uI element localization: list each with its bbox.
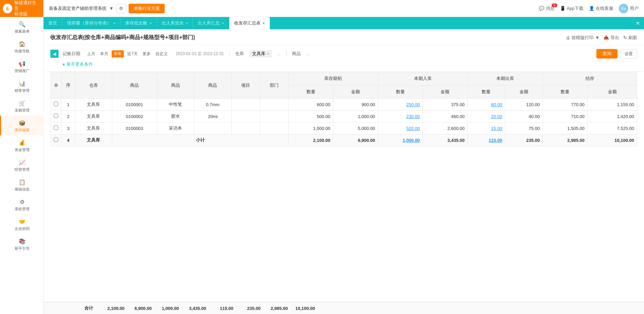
- message-button[interactable]: 💬 消息 6: [539, 5, 555, 12]
- th-out-amt: 金额: [505, 85, 543, 99]
- logo-text: 畅捷通好生意 标准版: [14, 0, 40, 17]
- subtotal-out-amt: 235.00: [505, 134, 543, 146]
- subtotal-checkbox[interactable]: [51, 134, 62, 146]
- date-btn-本年[interactable]: 本年: [112, 50, 124, 57]
- inventory-icon: 📦: [19, 120, 26, 126]
- table-row: 1 文具库 0100001 中性笔 0.7mm 600.00 900.00 25…: [51, 99, 637, 111]
- date-btn-上月[interactable]: 上月: [86, 50, 97, 57]
- trial-button[interactable]: 体验行业方案: [129, 4, 165, 13]
- tab-close-batch-account[interactable]: ×: [149, 21, 151, 25]
- subtotal-opening-qty: 2,100.00: [288, 134, 333, 146]
- row-checkbox-2[interactable]: [51, 111, 62, 122]
- expand-more-button[interactable]: ▾ 展开更多条件: [63, 61, 637, 67]
- close-all-tabs-button[interactable]: ✕: [631, 20, 644, 27]
- sidebar-label-inventory: 库存核算: [15, 128, 30, 133]
- table-container: ⚙ 序 仓库 商品 商品 商品 项目 部门 库存期初 本期入库 本期出库 结存: [44, 72, 644, 146]
- tab-stock-dist[interactable]: 现存量（库存分布表）×: [62, 17, 120, 29]
- row-checkbox-1[interactable]: [51, 99, 62, 111]
- row-closing-qty-1: 770.00: [543, 99, 588, 111]
- sidebar-item-basic-info[interactable]: 📋 基础信息: [0, 175, 43, 195]
- purchase-icon: 🛒: [19, 100, 26, 106]
- date-btn-自定义[interactable]: 自定义: [154, 50, 169, 57]
- warehouse-more[interactable]: ...: [277, 51, 281, 56]
- row-out-qty-2[interactable]: 20.00: [467, 111, 505, 122]
- system-dropdown[interactable]: ▼: [109, 6, 114, 11]
- setting-button[interactable]: 设置: [620, 49, 637, 59]
- print-button[interactable]: 🖨 按模版打印 ▼: [566, 35, 599, 41]
- settings-button[interactable]: ⚙: [116, 4, 126, 13]
- sidebar-item-purchase[interactable]: 🛒 采购管理: [0, 96, 43, 116]
- sidebar-item-enterprise[interactable]: 🤝 企业协同: [0, 214, 43, 234]
- tab-close-recv-send-summary[interactable]: ×: [263, 21, 265, 25]
- data-table: ⚙ 序 仓库 商品 商品 商品 项目 部门 库存期初 本期入库 本期出库 结存: [50, 72, 637, 146]
- warehouse-tag-text: 文具库: [252, 51, 265, 57]
- col-settings-icon: ⚙: [54, 83, 58, 88]
- main-content: 装备及固定资产辅助管理系统 ▼ ⚙ 体验行业方案 💬 消息 6 📱 App下载 …: [44, 0, 644, 314]
- footer-cell-6: 2,985.00: [263, 306, 291, 311]
- th-goods-spec: 商品: [194, 72, 231, 99]
- sidebar-item-search[interactable]: 🔍 搜索菜单: [0, 17, 43, 37]
- subtotal-in-amt: 3,435.00: [423, 134, 468, 146]
- sidebar-items: 🔍 搜索菜单 🏠 快捷导航 📢 营销推广 📊 销售管理 🛒 采购管理 📦 库存核…: [0, 17, 43, 254]
- sidebar-item-quick-nav[interactable]: 🏠 快捷导航: [0, 37, 43, 56]
- row-checkbox-3[interactable]: [51, 122, 62, 134]
- row-in-qty-2[interactable]: 230.00: [378, 111, 423, 122]
- tab-in-out-flow[interactable]: 出入库流水×: [157, 17, 193, 29]
- subtotal-in-qty[interactable]: 1,000.00: [378, 134, 423, 146]
- row-in-qty-3[interactable]: 520.00: [378, 122, 423, 134]
- row-out-amt-1: 120.00: [505, 99, 543, 111]
- subtotal-out-qty[interactable]: 115.00: [467, 134, 505, 146]
- sidebar-item-marketing[interactable]: 📢 营销推广: [0, 56, 43, 76]
- export-button[interactable]: 📤 导出: [604, 35, 619, 41]
- sidebar-item-guide[interactable]: 📚 新手引导: [0, 234, 43, 254]
- sales-icon: 📊: [19, 80, 26, 87]
- date-btn-更多[interactable]: 更多: [141, 50, 152, 57]
- subtotal-closing-qty: 2,985.00: [543, 134, 588, 146]
- row-spec-1: 0.7mm: [194, 99, 231, 111]
- tab-close-in-out-summary[interactable]: ×: [222, 21, 224, 25]
- row-in-qty-1[interactable]: 250.00: [378, 99, 423, 111]
- goods-more[interactable]: ...: [306, 51, 310, 56]
- date-btn-近7天[interactable]: 近7天: [126, 50, 139, 57]
- tabs-container: 首页现存量（库存分布表）×库存批次账×出入库流水×出入库汇总×收发存汇总表×: [44, 17, 631, 29]
- tab-in-out-summary[interactable]: 出入库汇总×: [193, 17, 229, 29]
- th-project: 项目: [232, 72, 260, 99]
- tab-recv-send-summary[interactable]: 收发存汇总表×: [229, 17, 270, 29]
- user-menu[interactable]: Ea 用户: [619, 4, 639, 13]
- th-group-closing: 结存: [543, 72, 637, 85]
- page-content: 收发存汇总表(按仓库+商品编码+商品+规格型号+项目+部门) 🖨 按模版打印 ▼…: [44, 29, 644, 302]
- online-service-button[interactable]: 👤 在线客服: [589, 5, 613, 12]
- tab-close-stock-dist[interactable]: ×: [113, 21, 115, 25]
- sidebar-item-finance[interactable]: 💰 资金管理: [0, 135, 43, 155]
- tab-home[interactable]: 首页: [44, 17, 62, 29]
- tab-label-in-out-summary: 出入库汇总: [198, 20, 220, 26]
- sidebar-item-system[interactable]: ⚙ 系统管理: [0, 195, 43, 214]
- row-out-qty-1[interactable]: 80.00: [467, 99, 505, 111]
- sidebar: 6 畅捷通好生意 标准版 🔍 搜索菜单 🏠 快捷导航 📢 营销推广 📊 销售管理…: [0, 0, 44, 314]
- tab-label-stock-dist: 现存量（库存分布表）: [67, 20, 111, 26]
- col-settings-header[interactable]: ⚙: [51, 72, 62, 99]
- warehouse-tag-close[interactable]: ×: [267, 52, 269, 56]
- th-warehouse: 仓库: [75, 72, 112, 99]
- refresh-button[interactable]: ↻ 刷新: [623, 35, 637, 41]
- tab-close-in-out-flow[interactable]: ×: [186, 21, 188, 25]
- sidebar-label-marketing: 营销推广: [15, 68, 30, 73]
- sidebar-item-sales[interactable]: 📊 销售管理: [0, 76, 43, 96]
- export-icon: 📤: [604, 35, 609, 40]
- row-opening-qty-2: 500.00: [288, 111, 333, 122]
- sidebar-item-operations[interactable]: 📈 经营管理: [0, 155, 43, 175]
- query-button[interactable]: 查询: [596, 49, 617, 59]
- row-out-qty-3[interactable]: 15.00: [467, 122, 505, 134]
- filter-divider: [229, 51, 230, 56]
- filter-collapse-button[interactable]: ◀: [50, 50, 59, 58]
- footer-cell-1: 6,900.00: [127, 306, 154, 311]
- sidebar-label-sales: 销售管理: [15, 88, 30, 93]
- row-spec-3: [194, 122, 231, 134]
- date-btn-本月[interactable]: 本月: [99, 50, 110, 57]
- tab-batch-account[interactable]: 库存批次账×: [120, 17, 156, 29]
- app-download-button[interactable]: 📱 App下载: [560, 5, 583, 12]
- sidebar-item-inventory[interactable]: 📦 库存核算: [0, 116, 43, 135]
- footer-cell-5: 235.00: [236, 306, 263, 311]
- footer-cell-2: 1,000.00: [154, 306, 182, 311]
- message-icon: 💬: [539, 6, 544, 11]
